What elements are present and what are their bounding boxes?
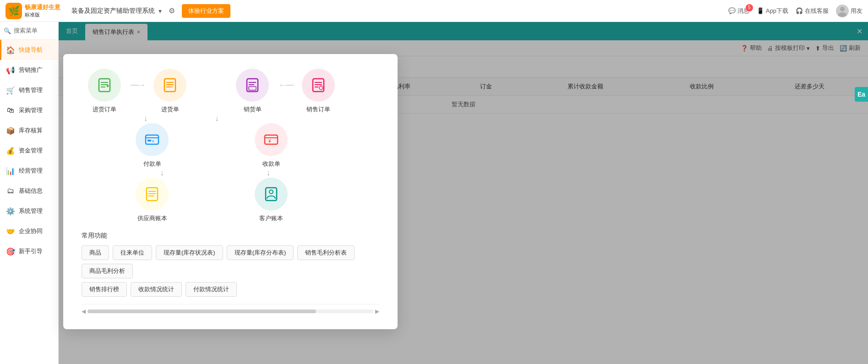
sidebar-item-base-info[interactable]: 🗂 基础信息 bbox=[0, 181, 58, 201]
message-icon: 💬 bbox=[728, 7, 736, 14]
func-btn-partner[interactable]: 往来单位 bbox=[113, 245, 152, 260]
content-area: 首页 销售订单执行表 × ✕ ❓ 帮助 🖨 按模板打印 bbox=[59, 22, 868, 364]
system-dropdown-icon[interactable]: ▾ bbox=[158, 7, 162, 15]
svg-rect-21 bbox=[147, 140, 151, 141]
avatar bbox=[836, 5, 849, 17]
settings-icon[interactable]: ⚙ bbox=[165, 5, 178, 17]
online-service-btn[interactable]: 🎧 在线客服 bbox=[796, 7, 829, 15]
sidebar-item-label-quick-nav: 快捷导航 bbox=[19, 46, 43, 54]
trial-button[interactable]: 体验行业方案 bbox=[182, 4, 230, 18]
sidebar-item-label-base-info: 基础信息 bbox=[19, 187, 43, 195]
logo-line1: 畅康通好生意 bbox=[25, 4, 60, 11]
sidebar-menu: 🏠 快捷导航 📢 营销推广 🛒 销售管理 🛍 采购管理 📦 库存核 bbox=[0, 40, 58, 364]
sidebar-item-newbie[interactable]: 🎯 新手引导 bbox=[0, 241, 58, 261]
sidebar-item-quick-nav[interactable]: 🏠 快捷导航 bbox=[0, 40, 58, 60]
newbie-icon: 🎯 bbox=[6, 247, 15, 256]
logo-line2: 标准版 bbox=[25, 11, 60, 18]
func-btn-goods-profit[interactable]: 商品毛利分析 bbox=[82, 264, 133, 278]
operations-icon: 📊 bbox=[6, 166, 15, 175]
svg-rect-23 bbox=[265, 135, 278, 144]
common-func-title: 常用功能 bbox=[82, 232, 379, 240]
scroll-right-btn[interactable]: ▶ bbox=[375, 308, 379, 315]
sidebar: 🔍 搜索菜单 🏠 快捷导航 📢 营销推广 🛒 销售管理 🛍 bbox=[0, 22, 59, 364]
modal-overlay[interactable]: 进货订单 - - - -→ 进货单 bbox=[59, 22, 868, 364]
sidebar-item-label-newbie: 新手引导 bbox=[19, 247, 43, 255]
message-badge: 5 bbox=[746, 4, 753, 11]
func-buttons-row1: 商品 往来单位 现存量(库存状况表) 现存量(库存分布表) 销售毛利分析表 商品… bbox=[82, 245, 379, 278]
customer-account-circle[interactable] bbox=[255, 178, 288, 211]
func-btn-goods[interactable]: 商品 bbox=[82, 245, 109, 260]
flow-arrows-down-row1: ↓ ↓ bbox=[82, 114, 379, 123]
func-btn-sales-profit[interactable]: 销售毛利分析表 bbox=[297, 245, 355, 260]
receipt-label: 收款单 bbox=[262, 160, 280, 168]
func-btn-stock-dist[interactable]: 现存量(库存分布表) bbox=[227, 245, 294, 260]
purchase-order-label: 进货订单 bbox=[93, 105, 116, 114]
sales-order-circle[interactable] bbox=[302, 69, 335, 102]
svg-rect-13 bbox=[249, 87, 256, 90]
sidebar-item-label-operations: 经营管理 bbox=[19, 167, 43, 175]
user-area[interactable]: 用友 bbox=[836, 5, 863, 17]
sidebar-item-inventory[interactable]: 📦 库存核算 bbox=[0, 120, 58, 141]
app-download-btn[interactable]: 📱 App下载 bbox=[757, 7, 788, 15]
sales-bill-circle[interactable] bbox=[236, 69, 269, 102]
flow-node-receipt: ¥ 收款单 bbox=[248, 123, 294, 168]
system-name-text: 装备及固定资产辅助管理系统 bbox=[71, 7, 155, 15]
sidebar-item-marketing[interactable]: 📢 营销推广 bbox=[0, 60, 58, 80]
sidebar-item-system[interactable]: ⚙️ 系统管理 bbox=[0, 201, 58, 221]
purchase-order-circle[interactable] bbox=[88, 69, 121, 102]
sidebar-item-label-inventory: 库存核算 bbox=[19, 126, 43, 135]
enterprise-icon: 🤝 bbox=[6, 227, 15, 236]
flow-node-purchase-bill: 进货单 bbox=[147, 69, 193, 114]
svg-text:¥: ¥ bbox=[268, 139, 271, 144]
purchase-icon: 🛍 bbox=[6, 106, 15, 115]
flow-node-sales-bill: 销货单 bbox=[229, 69, 275, 114]
func-btn-sales-rank[interactable]: 销售排行榜 bbox=[82, 282, 127, 297]
sidebar-item-operations[interactable]: 📊 经营管理 bbox=[0, 161, 58, 181]
modal-box: 进货订单 - - - -→ 进货单 bbox=[63, 54, 398, 329]
sidebar-item-enterprise[interactable]: 🤝 企业协同 bbox=[0, 221, 58, 241]
top-right: 💬 消息 5 📱 App下载 🎧 在线客服 用友 bbox=[728, 5, 863, 17]
flow-node-supplier-account: 供应商账本 bbox=[129, 178, 175, 223]
flow-row-3: 供应商账本 客户账本 bbox=[82, 178, 379, 223]
func-btn-payment-stats[interactable]: 付款情况统计 bbox=[186, 282, 237, 297]
scroll-left-btn[interactable]: ◀ bbox=[82, 308, 86, 315]
sidebar-item-label-finance: 资金管理 bbox=[19, 147, 43, 155]
func-btn-stock-status[interactable]: 现存量(库存状况表) bbox=[156, 245, 223, 260]
flow-node-purchase-order: 进货订单 bbox=[82, 69, 127, 114]
scroll-track[interactable] bbox=[87, 310, 373, 313]
user-name: 用友 bbox=[851, 7, 863, 15]
scroll-thumb bbox=[87, 310, 316, 313]
phone-icon: 📱 bbox=[757, 7, 764, 14]
payment-circle[interactable]: ¥ bbox=[136, 123, 169, 156]
message-btn[interactable]: 💬 消息 5 bbox=[728, 7, 749, 15]
quick-nav-icon: 🏠 bbox=[6, 45, 15, 54]
receipt-circle[interactable]: ¥ bbox=[255, 123, 288, 156]
func-btn-receipt-stats[interactable]: 收款情况统计 bbox=[131, 282, 182, 297]
arrow-purchase: - - - -→ bbox=[127, 80, 147, 90]
sidebar-item-label-system: 系统管理 bbox=[19, 207, 43, 215]
search-icon: 🔍 bbox=[4, 27, 11, 34]
sidebar-item-purchase[interactable]: 🛍 采购管理 bbox=[0, 100, 58, 120]
common-functions: 常用功能 商品 往来单位 现存量(库存状况表) 现存量(库存分布表) 销售毛利分… bbox=[82, 232, 379, 297]
top-bar: 🌿 畅康通好生意 标准版 装备及固定资产辅助管理系统 ▾ ⚙ 体验行业方案 💬 … bbox=[0, 0, 868, 22]
sidebar-search[interactable]: 🔍 搜索菜单 bbox=[0, 22, 58, 40]
sidebar-item-finance[interactable]: 💰 资金管理 bbox=[0, 141, 58, 161]
logo-icon: 🌿 bbox=[5, 3, 22, 19]
online-service-label: 在线客服 bbox=[805, 7, 829, 15]
flow-node-payment: ¥ 付款单 bbox=[129, 123, 175, 168]
svg-point-0 bbox=[840, 7, 845, 11]
app-wrapper: 🌿 畅康通好生意 标准版 装备及固定资产辅助管理系统 ▾ ⚙ 体验行业方案 💬 … bbox=[0, 0, 868, 364]
flow-mid-spacer bbox=[175, 123, 248, 168]
purchase-bill-circle[interactable] bbox=[153, 69, 186, 102]
supplier-account-circle[interactable] bbox=[136, 178, 169, 211]
logo-area: 🌿 畅康通好生意 标准版 bbox=[5, 3, 64, 19]
flow-node-customer-account: 客户账本 bbox=[248, 178, 294, 223]
flow-node-sales-order: 销售订单 bbox=[295, 69, 341, 114]
arrow-sales: ←- - - - bbox=[275, 80, 295, 90]
main-area: 🔍 搜索菜单 🏠 快捷导航 📢 营销推广 🛒 销售管理 🛍 bbox=[0, 22, 868, 364]
flow-arrows-down-row2: ↓ ↓ bbox=[82, 168, 379, 178]
flow-row-2: ¥ 付款单 ¥ 收款单 bbox=[82, 123, 379, 168]
svg-point-31 bbox=[269, 190, 273, 194]
sidebar-item-sales[interactable]: 🛒 销售管理 bbox=[0, 80, 58, 100]
customer-account-label: 客户账本 bbox=[259, 214, 283, 223]
